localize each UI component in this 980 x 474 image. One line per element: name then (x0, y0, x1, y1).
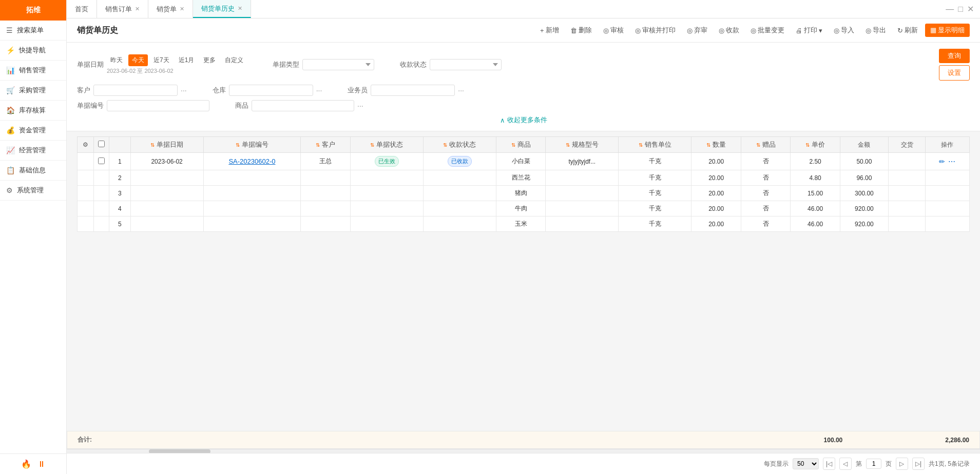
refresh-icon: ↻ (897, 27, 903, 34)
abandon-button[interactable]: ◎ 弃审 (683, 24, 712, 37)
unit-header[interactable]: ⇅销售单位 (619, 137, 691, 153)
gift-cell: 否 (741, 170, 790, 186)
sidebar-item-purchase-mgmt[interactable]: 🛒 采购管理 (0, 81, 66, 101)
doc-type-select[interactable] (302, 59, 374, 70)
collect-button[interactable]: ◎ 收款 (715, 24, 743, 37)
review-button[interactable]: ◎ 审核 (599, 24, 628, 37)
warehouse-more-btn[interactable]: ··· (316, 86, 322, 94)
minimize-btn[interactable]: — (946, 5, 954, 14)
yesterday-btn[interactable]: 昨天 (107, 54, 126, 66)
collect-status-header[interactable]: ⇅收款状态 (423, 137, 496, 153)
doc-status-header[interactable]: ⇅单据状态 (350, 137, 423, 153)
custom-date-btn[interactable]: 自定义 (221, 54, 247, 66)
gear-cell (78, 170, 94, 186)
maximize-btn[interactable]: □ (958, 5, 963, 14)
today-btn[interactable]: 今天 (128, 54, 148, 66)
print-button[interactable]: 🖨 打印 ▾ (792, 24, 827, 37)
doc-date-header[interactable]: ⇅单据日期 (130, 137, 203, 153)
tab-sales-order[interactable]: 销售订单 ✕ (97, 0, 148, 18)
select-all-checkbox[interactable] (98, 141, 105, 147)
doc-status-cell (350, 170, 423, 186)
close-btn[interactable]: ✕ (967, 4, 974, 14)
deal-cell (889, 186, 926, 201)
last7days-btn[interactable]: 近7天 (150, 54, 173, 66)
gear-column-header[interactable]: ⚙ (78, 137, 94, 153)
per-page-select[interactable]: 50 100 (793, 458, 819, 469)
unit-cell: 千克 (619, 186, 691, 201)
abandon-icon: ◎ (687, 27, 693, 34)
import-button[interactable]: ◎ 导入 (830, 24, 858, 37)
collapse-button[interactable]: ∧ 收起更多条件 (77, 115, 970, 125)
close-sales-order-tab[interactable]: ✕ (135, 6, 140, 12)
doc-no-link[interactable]: SA-20230602-0 (228, 157, 275, 165)
qty-header[interactable]: ⇅数量 (691, 137, 741, 153)
collect-status-select[interactable] (430, 59, 502, 70)
refresh-button[interactable]: ↻ 刷新 (893, 24, 922, 37)
prev-page-btn[interactable]: ◁ (839, 458, 852, 470)
gift-cell: 否 (741, 153, 790, 170)
doc-no-header[interactable]: ⇅单据编号 (203, 137, 301, 153)
goods-input[interactable] (252, 100, 354, 111)
doc-type-filter: 单据类型 (273, 59, 374, 70)
customer-header[interactable]: ⇅客户 (301, 137, 350, 153)
unit-price-header[interactable]: ⇅单价 (791, 137, 840, 153)
new-button[interactable]: + 新增 (536, 24, 563, 37)
sidebar-item-system-mgmt[interactable]: ⚙ 系统管理 (0, 181, 66, 201)
sidebar-item-operations[interactable]: 📈 经营管理 (0, 141, 66, 161)
customer-more-btn[interactable]: ··· (181, 86, 187, 94)
collect-status-label: 收款状态 (400, 60, 427, 69)
sidebar-item-basic-info[interactable]: 📋 基础信息 (0, 161, 66, 181)
page-title: 销货单历史 (77, 25, 118, 36)
review-print-button[interactable]: ◎ 审核并打印 (631, 24, 680, 37)
export-button[interactable]: ◎ 导出 (861, 24, 890, 37)
salesperson-input[interactable] (371, 85, 455, 96)
sidebar-item-finance[interactable]: 💰 资金管理 (0, 121, 66, 141)
warehouse-label: 仓库 (213, 86, 226, 95)
goods-header[interactable]: ⇅商品 (496, 137, 545, 153)
doc-no-cell: SA-20230602-0 (203, 153, 301, 170)
sidebar-item-label: 基础信息 (19, 166, 46, 175)
gear-cell (78, 201, 94, 216)
sidebar-logo: 拓维 (0, 0, 66, 21)
sort-icon: ⇅ (511, 142, 515, 148)
close-sales-delivery-tab[interactable]: ✕ (180, 6, 184, 12)
sidebar-item-search-menu[interactable]: ☰ 搜索菜单 (0, 21, 66, 41)
next-page-btn[interactable]: ▷ (896, 458, 908, 470)
last1month-btn[interactable]: 近1月 (175, 54, 198, 66)
more-icon[interactable]: ⋯ (948, 157, 955, 166)
close-sales-history-tab[interactable]: ✕ (238, 5, 242, 12)
sort-icon: ⇅ (805, 142, 810, 148)
row-checkbox[interactable] (98, 157, 105, 164)
spec-cell (546, 201, 619, 216)
goods-more-btn[interactable]: ··· (357, 102, 363, 110)
fire-icon[interactable]: 🔥 (21, 459, 31, 469)
query-button[interactable]: 查询 (939, 49, 970, 63)
more-date-btn[interactable]: 更多 (200, 54, 219, 66)
tab-home[interactable]: 首页 (67, 0, 97, 18)
horizontal-scrollbar[interactable] (67, 449, 980, 453)
gift-header[interactable]: ⇅赠品 (741, 137, 790, 153)
salesperson-more-btn[interactable]: ··· (458, 86, 464, 94)
sort-icon: ⇅ (566, 142, 570, 148)
spec-header[interactable]: ⇅规格型号 (546, 137, 619, 153)
sidebar-item-sales-mgmt[interactable]: 📊 销售管理 (0, 61, 66, 81)
batch-change-button[interactable]: ◎ 批量变更 (746, 24, 789, 37)
first-page-btn[interactable]: |◁ (823, 458, 835, 470)
page-input[interactable] (866, 459, 881, 469)
qty-cell: 20.00 (691, 153, 741, 170)
customer-input[interactable] (93, 85, 178, 96)
warehouse-input[interactable] (229, 85, 313, 96)
doc-no-input[interactable] (107, 100, 209, 111)
doc-no-label: 单据编号 (77, 101, 104, 110)
show-detail-button[interactable]: ▦ 显示明细 (925, 24, 970, 37)
settings-button[interactable]: 设置 (939, 65, 970, 81)
tab-sales-delivery[interactable]: 销货单 ✕ (148, 0, 193, 18)
page-label: 第 (856, 460, 862, 468)
delete-button[interactable]: 🗑 删除 (566, 24, 596, 37)
last-page-btn[interactable]: ▷| (912, 458, 925, 470)
tab-sales-history[interactable]: 销货单历史 ✕ (193, 0, 251, 18)
sidebar-item-inventory[interactable]: 🏠 库存核算 (0, 101, 66, 121)
sidebar-item-quick-nav[interactable]: ⚡ 快捷导航 (0, 41, 66, 61)
pause-icon[interactable]: ⏸ (37, 460, 46, 469)
edit-icon[interactable]: ✏ (939, 157, 945, 166)
